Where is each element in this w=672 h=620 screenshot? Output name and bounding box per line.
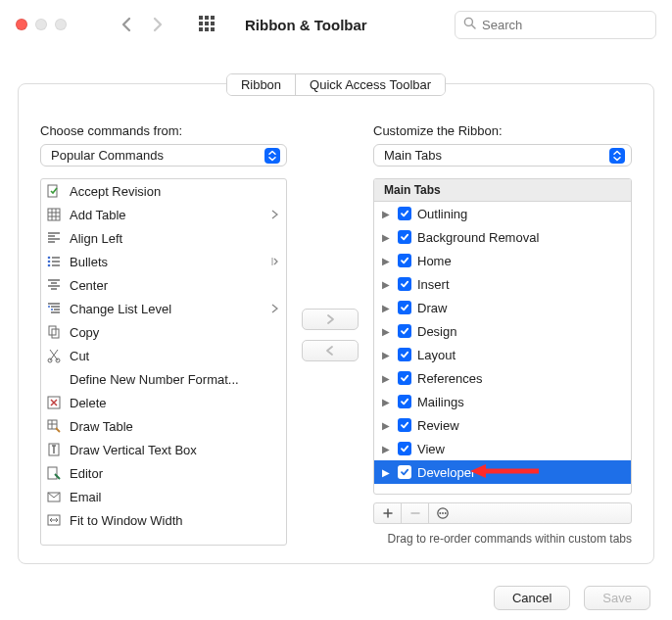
ribbon-dropdown-value: Main Tabs [384,148,442,163]
svg-point-14 [47,261,50,263]
reorder-hint: Drag to re-order commands within custom … [373,532,632,546]
ribbon-tab-row[interactable]: ▶Review [374,413,631,437]
command-row[interactable]: Draw Vertical Text Box [41,438,286,461]
command-row[interactable]: Change List Level [41,297,286,320]
tab-checkbox[interactable] [398,371,411,385]
disclosure-triangle-icon[interactable]: ▶ [382,232,392,243]
command-label: Draw Table [70,419,133,434]
tab-checkbox[interactable] [398,324,411,338]
ribbon-tab-row[interactable]: ▶References [374,366,631,390]
disclosure-triangle-icon[interactable]: ▶ [382,444,392,454]
command-row[interactable]: Accept Revision [41,179,286,203]
search-field[interactable] [455,11,656,39]
remove-tab-button[interactable] [402,503,429,523]
command-label: Editor [70,466,103,481]
tab-checkbox[interactable] [398,207,411,220]
tab-quick-access-toolbar[interactable]: Quick Access Toolbar [295,74,445,95]
disclosure-triangle-icon[interactable]: ▶ [382,397,392,407]
close-window-button[interactable] [16,19,27,30]
ribbon-dropdown[interactable]: Main Tabs [373,144,632,167]
ribbon-tab-row[interactable]: ▶View [374,437,631,460]
disclosure-triangle-icon[interactable]: ▶ [382,279,392,290]
disclosure-triangle-icon[interactable]: ▶ [382,467,392,478]
cancel-button[interactable]: Cancel [494,586,570,610]
search-input[interactable] [482,18,648,32]
disclosure-triangle-icon[interactable]: ▶ [382,256,392,266]
tab-checkbox[interactable] [398,254,411,267]
zoom-window-button[interactable] [55,19,67,30]
minimize-window-button[interactable] [35,19,47,30]
ribbon-tab-row[interactable]: ▶Design [374,319,631,343]
tab-checkbox[interactable] [398,442,411,455]
nav-arrows [121,17,163,32]
options-button[interactable] [429,503,456,523]
command-row[interactable]: Delete [41,391,286,414]
ribbon-tab-label: References [417,371,482,386]
tab-checkbox[interactable] [398,418,411,432]
svg-point-32 [442,512,444,514]
command-row[interactable]: Fit to Window Width [41,508,286,532]
svg-rect-4 [205,22,209,25]
disclosure-triangle-icon[interactable]: ▶ [382,373,392,384]
ribbon-tab-row[interactable]: ▶Draw [374,296,631,319]
command-row[interactable]: Define New Number Format... [41,367,286,391]
ribbon-tab-label: Outlining [417,207,467,221]
add-command-button[interactable] [302,309,359,330]
command-row[interactable]: Align Left [41,226,286,250]
command-row[interactable]: Cut [41,344,286,367]
ribbon-tab-row[interactable]: ▶Background Removal [374,225,631,249]
command-row[interactable]: Add Table [41,203,286,226]
disclosure-triangle-icon[interactable]: ▶ [382,303,392,313]
ribbon-label: Customize the Ribbon: [373,123,632,138]
svg-rect-2 [211,16,215,20]
command-label: Delete [70,396,107,410]
commands-dropdown[interactable]: Popular Commands [40,144,287,167]
tab-ribbon[interactable]: Ribbon [227,74,295,95]
copy-icon [45,324,62,340]
ribbon-tab-row[interactable]: ▶Insert [374,272,631,296]
ribbon-tab-row[interactable]: ▶Layout [374,343,631,366]
command-row[interactable]: Editor [41,461,286,485]
show-all-icon[interactable] [198,15,216,35]
ribbon-tab-row[interactable]: ▶Outlining [374,202,631,225]
accept-icon [45,183,62,199]
save-button[interactable]: Save [584,586,650,610]
command-row[interactable]: Center [41,273,286,297]
disclosure-triangle-icon[interactable]: ▶ [382,350,392,360]
tab-checkbox[interactable] [398,301,411,314]
ribbon-tree[interactable]: Main Tabs ▶Outlining▶Background Removal▶… [373,178,632,495]
commands-label: Choose commands from: [40,123,287,138]
ribbon-tab-row[interactable]: ▶Mailings [374,390,631,413]
tab-checkbox[interactable] [398,348,411,361]
tab-checkbox[interactable] [398,395,411,408]
command-label: Fit to Window Width [70,513,183,528]
ribbon-tab-label: Draw [417,301,447,315]
command-row[interactable]: Bullets [41,250,286,273]
disclosure-triangle-icon[interactable]: ▶ [382,209,392,219]
disclosure-triangle-icon[interactable]: ▶ [382,420,392,431]
submenu-indicator-icon [270,302,278,316]
tab-checkbox[interactable] [398,277,411,291]
drawtable-icon [45,418,62,434]
forward-button[interactable] [152,17,163,32]
ribbon-tab-row[interactable]: ▶Home [374,249,631,272]
svg-line-10 [472,25,476,29]
command-row[interactable]: Draw Table [41,414,286,438]
svg-rect-1 [205,16,209,20]
commands-list[interactable]: Accept RevisionAdd TableAlign LeftBullet… [40,178,287,546]
command-row[interactable]: Copy [41,320,286,344]
svg-point-33 [445,512,447,514]
tab-checkbox[interactable] [398,465,411,479]
back-button[interactable] [121,17,132,32]
add-tab-button[interactable] [374,503,402,523]
ribbon-tab-row[interactable]: ▶Developer [374,460,631,484]
submenu-indicator-icon [266,255,278,269]
remove-command-button[interactable] [302,340,359,361]
tab-checkbox[interactable] [398,230,411,244]
svg-rect-25 [48,467,57,479]
window-title: Ribbon & Toolbar [245,17,367,33]
command-row[interactable]: Email [41,485,286,508]
none-icon [45,371,62,387]
disclosure-triangle-icon[interactable]: ▶ [382,326,392,337]
command-label: Accept Revision [70,184,161,199]
